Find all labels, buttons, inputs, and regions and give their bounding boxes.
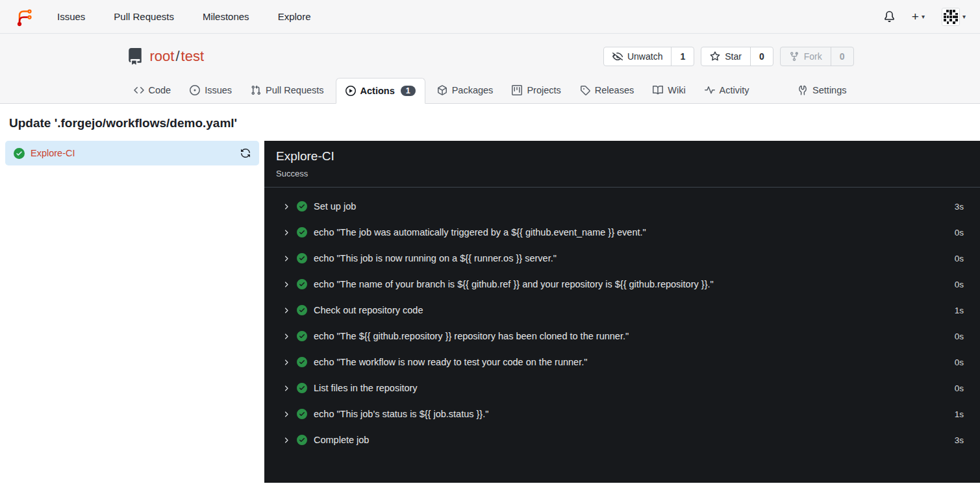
nav-pull-requests[interactable]: Pull Requests: [114, 11, 174, 22]
chevron-right-icon[interactable]: [282, 254, 290, 263]
repo-name-link[interactable]: test: [181, 48, 204, 64]
check-success-icon: [297, 409, 307, 419]
step-row[interactable]: echo "This job's status is ${{ job.statu…: [282, 401, 964, 427]
star-count[interactable]: 0: [750, 47, 773, 66]
rerun-sync-icon[interactable]: [240, 148, 251, 158]
step-row[interactable]: Complete job 3s: [282, 427, 964, 453]
step-row[interactable]: echo "The job was automatically triggere…: [282, 219, 964, 245]
step-row[interactable]: echo "The name of your branch is ${{ git…: [282, 271, 964, 297]
package-icon: [437, 85, 447, 95]
repo-header: root/test Unwatch 1 Star 0: [0, 34, 980, 104]
unwatch-label: Unwatch: [627, 51, 662, 62]
chevron-right-icon[interactable]: [282, 280, 290, 289]
issue-icon: [190, 85, 200, 95]
step-name: echo "The job was automatically triggere…: [314, 227, 646, 237]
step-duration: 3s: [955, 435, 964, 445]
check-success-icon: [297, 279, 307, 289]
step-row[interactable]: List files in the repository 0s: [282, 375, 964, 401]
repo-book-icon: [127, 48, 144, 65]
watch-count[interactable]: 1: [671, 47, 694, 66]
topnav-right: + ▾ ▾: [884, 8, 966, 26]
check-success-icon: [297, 435, 307, 445]
forgejo-logo-icon[interactable]: [14, 6, 35, 27]
tab-releases[interactable]: Releases: [573, 77, 641, 103]
check-success-icon: [297, 331, 307, 341]
check-success-icon: [297, 383, 307, 393]
step-duration: 1s: [955, 306, 964, 315]
step-name: Check out repository code: [314, 305, 423, 315]
job-name[interactable]: Explore-CI: [31, 148, 75, 158]
job-item-explore-ci[interactable]: Explore-CI: [5, 141, 259, 165]
chevron-right-icon[interactable]: [282, 202, 290, 211]
step-name: echo "The name of your branch is ${{ git…: [314, 279, 714, 289]
tab-packages[interactable]: Packages: [430, 77, 501, 103]
check-success-icon: [297, 227, 307, 237]
create-new-button[interactable]: + ▾: [912, 10, 925, 23]
tab-activity[interactable]: Activity: [697, 77, 757, 103]
repo-title: root/test: [127, 48, 205, 65]
notifications-bell-icon[interactable]: [884, 11, 895, 22]
nav-milestones[interactable]: Milestones: [203, 11, 249, 22]
tab-code[interactable]: Code: [127, 77, 179, 103]
run-title: Update '.forgejo/workflows/demo.yaml': [0, 104, 980, 141]
tab-pull-requests[interactable]: Pull Requests: [244, 77, 331, 103]
plus-icon: +: [912, 10, 919, 23]
step-duration: 0s: [955, 254, 964, 263]
step-row[interactable]: echo "This job is now running on a ${{ r…: [282, 245, 964, 271]
eye-slash-icon: [612, 51, 623, 62]
user-menu[interactable]: ▾: [942, 8, 966, 26]
repo-path-separator: /: [175, 48, 179, 64]
play-circle-icon: [346, 86, 356, 96]
fork-label: Fork: [804, 51, 822, 62]
wrench-icon: [798, 85, 808, 95]
step-name: echo "This job is now running on a ${{ r…: [314, 253, 557, 263]
project-icon: [512, 85, 522, 95]
tab-wiki[interactable]: Wiki: [646, 77, 692, 103]
step-row[interactable]: Check out repository code 1s: [282, 297, 964, 323]
repo-owner-link[interactable]: root: [150, 48, 175, 64]
book-icon: [653, 85, 663, 95]
job-log-panel: Explore-CI Success Set up job 3s echo "T…: [264, 141, 980, 483]
step-duration: 0s: [955, 332, 964, 341]
tab-projects[interactable]: Projects: [505, 77, 568, 103]
step-name: echo "The workflow is now ready to test …: [314, 357, 587, 367]
star-button[interactable]: Star 0: [701, 47, 773, 66]
check-success-icon: [297, 253, 307, 263]
pull-request-icon: [251, 85, 261, 95]
step-duration: 0s: [955, 358, 964, 367]
chevron-right-icon[interactable]: [282, 358, 290, 367]
check-success-icon: [297, 201, 307, 212]
chevron-right-icon[interactable]: [282, 228, 290, 237]
nav-explore[interactable]: Explore: [278, 11, 311, 22]
step-duration: 0s: [955, 383, 964, 393]
step-name: List files in the repository: [314, 383, 418, 393]
chevron-right-icon[interactable]: [282, 436, 290, 444]
tab-settings[interactable]: Settings: [790, 77, 853, 103]
step-row[interactable]: echo "The workflow is now ready to test …: [282, 349, 964, 375]
step-duration: 3s: [955, 202, 964, 212]
star-icon: [710, 51, 720, 62]
nav-issues[interactable]: Issues: [57, 11, 85, 22]
tag-icon: [580, 85, 590, 95]
chevron-right-icon[interactable]: [282, 410, 290, 419]
tab-actions[interactable]: Actions 1: [336, 78, 425, 104]
tab-issues[interactable]: Issues: [182, 77, 239, 103]
avatar: [942, 8, 960, 26]
step-row[interactable]: echo "The ${{ github.repository }} repos…: [282, 323, 964, 349]
check-success-icon: [297, 305, 307, 315]
code-icon: [134, 85, 144, 95]
star-label: Star: [725, 51, 742, 62]
fork-count: 0: [831, 47, 853, 66]
step-name: Complete job: [314, 435, 369, 445]
chevron-down-icon: ▾: [922, 13, 925, 20]
chevron-right-icon[interactable]: [282, 332, 290, 341]
check-success-icon: [297, 357, 307, 367]
step-name: echo "The ${{ github.repository }} repos…: [314, 331, 629, 341]
job-log-header: Explore-CI Success: [264, 141, 980, 188]
chevron-right-icon[interactable]: [282, 384, 290, 393]
check-success-icon: [14, 148, 25, 159]
unwatch-button[interactable]: Unwatch 1: [603, 47, 694, 66]
step-row[interactable]: Set up job 3s: [282, 193, 964, 219]
chevron-right-icon[interactable]: [282, 306, 290, 315]
chevron-down-icon: ▾: [962, 13, 966, 20]
